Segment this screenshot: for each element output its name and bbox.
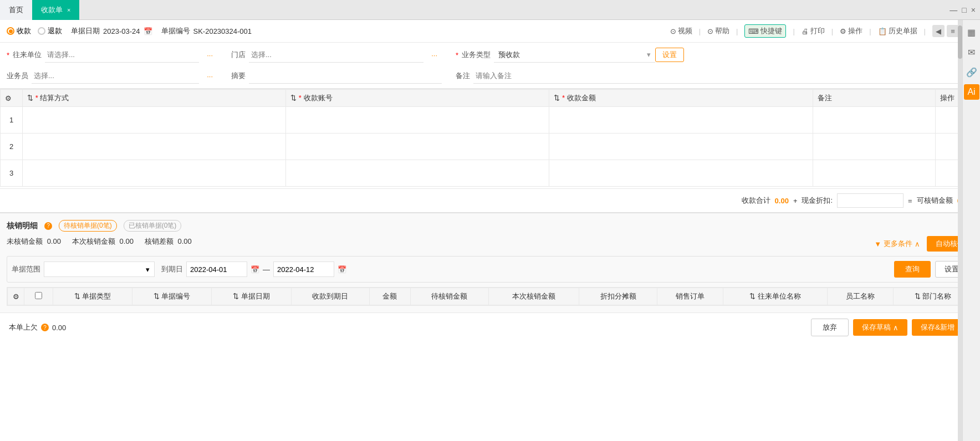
payment-amount-1[interactable] xyxy=(549,107,813,134)
tab-home-label: 首页 xyxy=(9,5,23,15)
form-area: * 往来单位 ··· 门店 ··· * 业务类型 预收款 ▾ xyxy=(0,43,980,89)
refund-label: 退款 xyxy=(48,26,62,36)
col-checkbox: ⚙ xyxy=(8,288,24,305)
partner-input[interactable] xyxy=(45,47,199,63)
toolbar-actions: ⊙ 视频 | ⊙ 帮助 | ⌨ 快捷键 | 🖨 打印 | ⚙ 操作 xyxy=(670,24,973,38)
table-settings-icon-2[interactable]: ⚙ xyxy=(13,293,19,301)
sort-icon: ⇅ xyxy=(554,94,560,102)
summary-input[interactable] xyxy=(249,68,442,84)
history-btn[interactable]: 📋 历史单据 xyxy=(878,26,917,36)
col-account-header: ⇅ * 收款账号 xyxy=(286,90,549,107)
summary-label: 摘要 xyxy=(231,71,246,81)
payment-method-3[interactable] xyxy=(23,160,286,187)
table-row: 1 🗑 ⧉ xyxy=(1,107,980,134)
shortcut-btn[interactable]: ⌨ 快捷键 xyxy=(744,24,786,38)
payment-note-3[interactable] xyxy=(813,160,935,187)
table-row: 3 🗑 ⧉ xyxy=(1,160,980,187)
select-all-checkbox[interactable] xyxy=(35,292,42,299)
payment-amount-3[interactable] xyxy=(549,160,813,187)
sidebar-link-icon[interactable]: 🔗 xyxy=(964,64,979,80)
form-settings-btn[interactable]: 设置 xyxy=(655,48,684,62)
salesperson-input[interactable] xyxy=(32,68,199,84)
shop-more-btn[interactable]: ··· xyxy=(427,51,442,59)
date-value[interactable]: 2023-03-24 xyxy=(103,27,140,35)
print-btn[interactable]: 🖨 打印 xyxy=(802,26,825,36)
more-conditions-btn[interactable]: ▼ 更多条件 ∧ xyxy=(874,239,920,249)
sidebar-email-icon[interactable]: ✉ xyxy=(964,44,979,60)
scrollbar[interactable] xyxy=(958,20,962,441)
payment-method-1[interactable] xyxy=(23,107,286,134)
table-settings-icon[interactable]: ⚙ xyxy=(5,94,12,102)
tab-receipt-label: 收款单 xyxy=(41,5,63,15)
payment-note-2[interactable] xyxy=(813,134,935,160)
note-input[interactable] xyxy=(473,68,973,84)
list-view-btn[interactable]: ≡ xyxy=(947,25,959,37)
number-value[interactable]: SK-20230324-001 xyxy=(193,27,252,35)
right-sidebar: ▦ ✉ 🔗 Ai xyxy=(962,20,980,441)
scrollbar-thumb[interactable] xyxy=(958,25,962,59)
video-btn[interactable]: ⊙ 视频 xyxy=(670,26,692,36)
col-doc-date: ⇅ 单据日期 xyxy=(212,288,291,305)
payment-method-2[interactable] xyxy=(23,134,286,160)
salesperson-field: 业务员 ··· xyxy=(7,68,217,84)
amount-info-icon[interactable]: ? xyxy=(41,324,49,331)
pending-tag[interactable]: 待核销单据(0笔) xyxy=(59,220,117,232)
net-label: 可核销金额 xyxy=(917,196,953,206)
payment-table: ⚙ ⇅ * 结算方式 ⇅ * 收款账号 ⇅ * 收款 xyxy=(0,89,980,187)
payment-account-1[interactable] xyxy=(286,107,549,134)
date-from-input[interactable] xyxy=(186,261,247,277)
tab-close-icon[interactable]: × xyxy=(67,7,70,13)
business-type-select[interactable]: 预收款 ▾ xyxy=(494,47,655,63)
business-type-field: * 业务类型 预收款 ▾ xyxy=(456,47,655,63)
tab-home[interactable]: 首页 xyxy=(0,0,32,20)
calendar-icon-from[interactable]: 📅 xyxy=(251,265,259,274)
prev-view-btn[interactable]: ◀ xyxy=(932,25,945,37)
sidebar-cursor-icon[interactable]: Ai xyxy=(964,84,979,100)
chevron-down-icon: ▾ xyxy=(647,50,651,59)
discount-input[interactable] xyxy=(837,193,904,208)
operation-btn[interactable]: ⚙ 操作 xyxy=(840,26,862,36)
payment-account-3[interactable] xyxy=(286,160,549,187)
window-close-icon[interactable]: × xyxy=(971,6,976,14)
sort-icon: ⇅ xyxy=(749,292,756,300)
tab-receipt[interactable]: 收款单 × xyxy=(32,0,79,20)
range-select[interactable]: ▾ xyxy=(44,261,155,277)
salesperson-more-btn[interactable]: ··· xyxy=(202,72,217,80)
refund-radio-dot xyxy=(38,27,45,35)
receipt-radio[interactable]: 收款 xyxy=(7,26,31,36)
save-draft-btn[interactable]: 保存草稿 ∧ xyxy=(853,319,907,336)
shop-label: 门店 xyxy=(231,50,246,60)
tab-bar-right: — □ × xyxy=(950,6,980,14)
col-checkbox-select[interactable] xyxy=(24,288,53,305)
calendar-icon[interactable]: 📅 xyxy=(144,27,152,35)
verified-tag[interactable]: 已核销单据(0笔) xyxy=(124,220,182,232)
main-content: 收款 退款 单据日期 2023-03-24 📅 单据编号 SK-20230324… xyxy=(0,20,980,441)
query-btn[interactable]: 查询 xyxy=(894,261,931,278)
tab-bar: 首页 收款单 × — □ × xyxy=(0,0,980,20)
partner-more-btn[interactable]: ··· xyxy=(202,51,217,59)
col-settings-header[interactable]: ⚙ xyxy=(1,90,23,107)
verification-info-icon[interactable]: ? xyxy=(44,222,52,230)
video-icon: ⊙ xyxy=(670,27,676,35)
help-btn[interactable]: ⊙ 帮助 xyxy=(707,26,729,36)
footer-buttons: 放弃 保存草稿 ∧ 保存&新增 ∧ xyxy=(811,319,971,336)
payment-amount-2[interactable] xyxy=(549,134,813,160)
maximize-icon[interactable]: □ xyxy=(962,6,966,14)
shop-input[interactable] xyxy=(249,47,423,63)
sidebar-table-icon[interactable]: ▦ xyxy=(964,24,979,40)
date-field: 单据日期 2023-03-24 📅 xyxy=(71,26,152,36)
col-discount: 折扣分摊额 xyxy=(579,288,657,305)
refund-radio[interactable]: 退款 xyxy=(38,26,62,36)
calendar-icon-to[interactable]: 📅 xyxy=(338,265,346,274)
number-field: 单据编号 SK-20230324-001 xyxy=(161,26,252,36)
payment-note-1[interactable] xyxy=(813,107,935,134)
form-row-1: * 往来单位 ··· 门店 ··· * 业务类型 预收款 ▾ xyxy=(7,47,973,63)
payment-account-2[interactable] xyxy=(286,134,549,160)
business-type-value: 预收款 xyxy=(498,50,520,60)
sort-icon: ⇅ xyxy=(915,292,921,300)
footer-amount: 本单上欠 ? 0.00 xyxy=(9,322,66,332)
date-to-input[interactable] xyxy=(273,261,334,277)
minimize-icon[interactable]: — xyxy=(950,6,957,14)
range-filter: 单据范围 ▾ xyxy=(12,261,155,277)
discard-btn[interactable]: 放弃 xyxy=(811,319,849,336)
